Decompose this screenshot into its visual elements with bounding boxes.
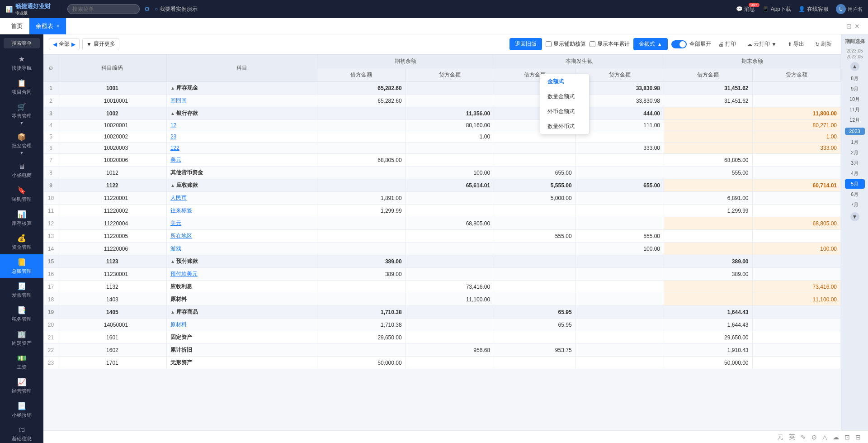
cloud-print-button[interactable]: ☁ 云打印 ▼: [743, 38, 780, 50]
sidebar-item-assets[interactable]: 🏢 固定资产: [0, 326, 43, 350]
bottom-box1-icon[interactable]: ⊡: [844, 433, 850, 441]
settings-icon[interactable]: ⚙: [144, 5, 150, 13]
bottom-yuan-icon[interactable]: 元: [777, 433, 783, 441]
bottom-edit-icon[interactable]: ✎: [801, 433, 806, 441]
right-arrow-icon[interactable]: ▶: [71, 41, 75, 48]
tab-balance[interactable]: 余额表 ✕: [29, 18, 66, 34]
expand-more-button[interactable]: ▼ 展开更多: [82, 38, 119, 50]
cb-cr-6: [752, 154, 841, 167]
account-name-1[interactable]: 回回回: [166, 95, 317, 107]
month-5[interactable]: 5月: [845, 179, 865, 189]
account-name-11[interactable]: 美元: [166, 217, 317, 230]
sidebar-item-reports[interactable]: 📃 小畅报销: [0, 398, 43, 422]
cb-cr-1: [752, 95, 841, 107]
ytd-label: 显示本年累计: [597, 40, 630, 48]
account-name-5[interactable]: 122: [166, 143, 317, 154]
account-name-13[interactable]: 游戏: [166, 243, 317, 255]
sidebar-item-wholesale[interactable]: 📦 批发管理 ▼: [0, 129, 43, 159]
dropdown-item-foreign-amount[interactable]: 外币金额式: [540, 104, 589, 119]
breadcrumb-button[interactable]: ◀ 全部 ▶: [49, 38, 80, 50]
account-name-3[interactable]: 12: [166, 120, 317, 131]
sidebar-item-inventory[interactable]: 📊 库存核算: [0, 206, 43, 230]
month-3[interactable]: 3月: [845, 158, 865, 168]
month-11[interactable]: 11月: [845, 105, 865, 114]
online-service-button[interactable]: 👤 在线客服: [798, 5, 829, 13]
cur-cr-18: [576, 306, 664, 319]
prev-year-button[interactable]: ▲: [850, 62, 859, 71]
account-code-4: 10020002: [58, 131, 167, 143]
month-10[interactable]: 10月: [845, 95, 865, 104]
sidebar-item-basic[interactable]: 🗂 基础信息: [0, 422, 43, 443]
auxiliary-label: 显示辅助核算: [553, 40, 586, 48]
next-year-button[interactable]: ▼: [850, 212, 859, 221]
sidebar-item-retail[interactable]: 🛒 零售管理 ▼: [0, 99, 43, 129]
tab-home[interactable]: 首页: [5, 18, 29, 34]
account-name-10[interactable]: 往来标签: [166, 205, 317, 217]
dropdown-item-amount[interactable]: 金额式: [540, 74, 589, 89]
cur-cr-19: [576, 319, 664, 331]
sidebar-item-tax[interactable]: 📑 税务管理: [0, 302, 43, 326]
sidebar-item-ecommerce[interactable]: 🖥 小畅电商: [0, 159, 43, 182]
amount-dropdown-icon: ▲: [657, 41, 662, 48]
sidebar-item-operations[interactable]: 📈 经营管理: [0, 374, 43, 398]
balance-table: ⚙ 科目编码 科目 期初余额 本期发生额 期末余额 借方金额 贷方金额 借方金额…: [43, 54, 841, 369]
month-9[interactable]: 9月: [845, 84, 865, 94]
account-name-12[interactable]: 所在地区: [166, 230, 317, 243]
ob-dr-20: 29,650.00: [317, 331, 406, 344]
ytd-checkbox-group: 显示本年累计: [590, 40, 630, 48]
refresh-button[interactable]: ↻ 刷新: [811, 38, 835, 50]
month-1[interactable]: 1月: [845, 138, 865, 147]
dropdown-item-qty-amount[interactable]: 数量金额式: [540, 89, 589, 104]
bottom-box2-icon[interactable]: ⊟: [855, 433, 861, 441]
month-7[interactable]: 7月: [845, 200, 865, 210]
account-code-13: 11220006: [58, 243, 167, 255]
cur-cr-13: 100.00: [576, 243, 664, 255]
sidebar-item-invoice[interactable]: 🧾 发票管理: [0, 278, 43, 302]
month-8[interactable]: 8月: [845, 74, 865, 83]
ob-cr-0: [406, 82, 494, 95]
bottom-eye-icon[interactable]: ⊙: [811, 433, 817, 441]
month-2[interactable]: 2月: [845, 148, 865, 157]
account-name-15[interactable]: 预付款美元: [166, 268, 317, 281]
month-4[interactable]: 4月: [845, 169, 865, 178]
ob-cr-3: 80,160.00: [406, 120, 494, 131]
account-name-9[interactable]: 人民币: [166, 192, 317, 205]
print-button[interactable]: 🖨 打印: [715, 38, 740, 50]
cb-dr-0: 31,451.62: [664, 82, 752, 95]
cb-dr-10: 1,299.99: [664, 205, 752, 217]
sidebar-item-quick-nav[interactable]: ★ 快捷导航: [0, 51, 43, 75]
row-num-21: 22: [44, 344, 58, 357]
sidebar-item-capital[interactable]: 💰 资金管理: [0, 230, 43, 254]
demo-link[interactable]: ○ 我要看实例演示: [155, 5, 198, 13]
export-button[interactable]: ⬆ 导出: [784, 38, 808, 50]
table-settings-icon[interactable]: ⚙: [48, 65, 53, 71]
amount-mode-button[interactable]: 金额式 ▲: [633, 38, 668, 50]
top-search-input[interactable]: [67, 4, 140, 14]
window-close-button[interactable]: ✕: [854, 23, 860, 30]
expand-all-switch[interactable]: [671, 40, 687, 48]
app-download-button[interactable]: 📱 App下载: [762, 5, 791, 13]
message-button[interactable]: 💬 消息 99+: [736, 5, 755, 13]
sidebar-item-project[interactable]: 📋 项目合同: [0, 75, 43, 99]
back-old-version-button[interactable]: 退回旧版: [509, 38, 542, 50]
user-avatar[interactable]: U 用户名: [836, 4, 863, 14]
account-name-19[interactable]: 原材料: [166, 319, 317, 331]
tab-close-button[interactable]: ✕: [56, 24, 60, 29]
window-restore-button[interactable]: ⊡: [846, 23, 852, 30]
sidebar-item-salary[interactable]: 💵 工资: [0, 350, 43, 374]
sidebar-search[interactable]: 搜索菜单: [4, 38, 40, 48]
ytd-checkbox[interactable]: [590, 41, 595, 47]
month-6[interactable]: 6月: [845, 190, 865, 199]
bottom-triangle-icon[interactable]: △: [822, 433, 827, 441]
auxiliary-checkbox[interactable]: [546, 41, 552, 47]
dropdown-item-qty-foreign[interactable]: 数量外币式: [540, 119, 589, 134]
sidebar-item-accounting[interactable]: 📒 总账管理: [0, 254, 43, 278]
sidebar-item-purchase[interactable]: 🔖 采购管理: [0, 182, 43, 206]
bottom-en-icon[interactable]: 英: [789, 433, 795, 441]
account-name-4[interactable]: 23: [166, 131, 317, 143]
bottom-cloud-icon[interactable]: ☁: [833, 433, 839, 441]
cb-dr-6: 68,805.00: [664, 154, 752, 167]
month-12[interactable]: 12月: [845, 115, 865, 125]
account-name-6[interactable]: 美元: [166, 154, 317, 167]
expand-label: 展开更多: [94, 40, 115, 48]
